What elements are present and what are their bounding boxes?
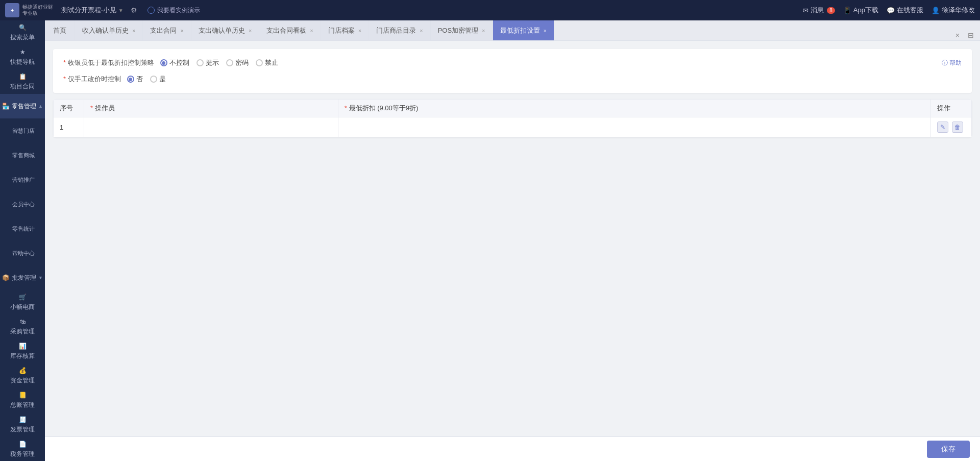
form-row-strategy: 收银员低于最低折扣控制策略 不控制 提示 密码: [63, 58, 962, 67]
tab-home[interactable]: 首页: [45, 20, 75, 40]
sidebar-label-purchase: 采购管理: [10, 327, 35, 336]
sidebar-item-smart-store[interactable]: 智慧门店: [0, 118, 45, 143]
strategy-label-no-control: 不控制: [169, 58, 189, 67]
sidebar-item-project[interactable]: 📋 项目合同: [0, 69, 45, 94]
strategy-radio-no-control: [160, 59, 167, 66]
tab-payment-contract-close[interactable]: ×: [180, 28, 183, 34]
tab-store-products[interactable]: 门店商品目录 ×: [369, 20, 430, 40]
sidebar-item-purchase[interactable]: 🛍 采购管理: [0, 314, 45, 339]
strategy-option-forbidden[interactable]: 禁止: [256, 58, 278, 67]
purchase-icon: 🛍: [19, 318, 26, 325]
tab-payment-confirm[interactable]: 支出确认单历史 ×: [191, 20, 259, 40]
sidebar-item-retail-mall[interactable]: 零售商城: [0, 143, 45, 167]
col-min-discount: 最低折扣 (9.00等于9折): [338, 100, 930, 117]
sidebar-label-help: 帮助中心: [12, 250, 35, 257]
sidebar-label-marketing: 营销推广: [12, 176, 35, 184]
tab-store-products-label: 门店商品目录: [376, 26, 416, 35]
col-operator: 操作员: [84, 100, 338, 117]
tab-pos-password[interactable]: POS加密管理 ×: [431, 20, 493, 40]
strategy-label-password: 密码: [235, 58, 249, 67]
online-service-button[interactable]: 💬 在线客服: [887, 6, 923, 15]
bottom-bar: 保存: [45, 436, 980, 461]
manual-label-no: 否: [136, 75, 143, 84]
app-download-button[interactable]: 📱 App下载: [843, 6, 878, 15]
sidebar-label-search: 搜索菜单: [10, 33, 35, 42]
app-logo: ✦ 畅捷通好业财 专业版: [5, 3, 53, 17]
sidebar-label-inventory: 库存核算: [10, 352, 35, 360]
user-avatar-icon: 👤: [932, 7, 940, 14]
topbar-right: ✉ 消息 8 📱 App下载 💬 在线客服 👤 徐泽华修改: [803, 6, 975, 15]
tab-payment-board-close[interactable]: ×: [310, 28, 313, 34]
sidebar-item-inventory[interactable]: 📊 库存核算: [0, 339, 45, 363]
tab-pos-password-close[interactable]: ×: [482, 28, 485, 34]
sidebar-item-tax[interactable]: 📄 税务管理: [0, 437, 45, 461]
sidebar-item-ledger[interactable]: 📒 总账管理: [0, 388, 45, 413]
sidebar-item-capital[interactable]: 💰 资金管理: [0, 363, 45, 388]
strategy-option-no-control[interactable]: 不控制: [160, 58, 189, 67]
online-service-label: 在线客服: [897, 6, 923, 15]
sidebar-item-shortcut[interactable]: ★ 快捷导航: [0, 45, 45, 69]
project-selector[interactable]: 测试分开票程·小见 ▼: [61, 6, 124, 15]
settings-icon[interactable]: ⚙: [131, 6, 137, 14]
manual-option-yes[interactable]: 是: [150, 75, 166, 84]
strategy-radio-hint: [197, 59, 204, 66]
tab-income-confirm-close[interactable]: ×: [132, 28, 135, 34]
strategy-radio-password: [226, 59, 233, 66]
sidebar-item-ecommerce[interactable]: 🛒 小畅电商: [0, 290, 45, 314]
tab-payment-board-label: 支出合同看板: [266, 26, 306, 35]
tab-store-files-close[interactable]: ×: [358, 28, 361, 34]
tab-store-files[interactable]: 门店档案 ×: [321, 20, 369, 40]
tab-menu-button[interactable]: ⊟: [966, 30, 976, 40]
sidebar-label-project: 项目合同: [10, 82, 35, 91]
manual-label: 仅手工改价时控制: [63, 75, 121, 84]
user-profile-button[interactable]: 👤 徐泽华修改: [932, 6, 975, 15]
tab-min-discount-close[interactable]: ×: [544, 28, 547, 34]
tab-payment-contract[interactable]: 支出合同 ×: [143, 20, 191, 40]
strategy-option-hint[interactable]: 提示: [197, 58, 219, 67]
sidebar-item-search[interactable]: 🔍 搜索菜单: [0, 20, 45, 45]
sidebar-label-ecommerce: 小畅电商: [10, 303, 35, 311]
save-button[interactable]: 保存: [927, 441, 970, 458]
sidebar-item-help[interactable]: 帮助中心: [0, 241, 45, 265]
sidebar-label-wholesale: 批发管理: [12, 274, 36, 282]
help-circle-icon: ⓘ: [942, 59, 948, 67]
content-area: 首页 收入确认单历史 × 支出合同 × 支出确认单历史 × 支出合同看板 × 门…: [45, 20, 980, 461]
tab-min-discount[interactable]: 最低折扣设置 ×: [493, 20, 554, 40]
sidebar-label-shortcut: 快捷导航: [10, 58, 35, 66]
message-button[interactable]: ✉ 消息 8: [803, 6, 835, 15]
tab-close-all-button[interactable]: ×: [953, 30, 962, 40]
sidebar-item-invoice[interactable]: 🧾 发票管理: [0, 413, 45, 437]
logo-icon: ✦: [5, 3, 19, 17]
manual-option-no[interactable]: 否: [127, 75, 143, 84]
tab-payment-board[interactable]: 支出合同看板 ×: [259, 20, 321, 40]
search-icon: 🔍: [19, 24, 27, 31]
strategy-option-password[interactable]: 密码: [226, 58, 249, 67]
sidebar-item-retail-stats[interactable]: 零售统计: [0, 216, 45, 241]
tab-payment-confirm-close[interactable]: ×: [249, 28, 252, 34]
row-delete-button[interactable]: 🗑: [952, 122, 963, 133]
sidebar-item-member[interactable]: 会员中心: [0, 192, 45, 216]
col-seq: 序号: [54, 100, 84, 117]
row-edit-button[interactable]: ✎: [937, 122, 948, 133]
tab-payment-confirm-label: 支出确认单历史: [199, 26, 245, 35]
sidebar-label-member: 会员中心: [12, 201, 35, 208]
help-button[interactable]: ⓘ 帮助: [942, 59, 962, 67]
manual-radio-group: 否 是: [127, 75, 166, 84]
app-edition: 专业版: [22, 10, 53, 16]
topbar: ✦ 畅捷通好业财 专业版 测试分开票程·小见 ▼ ⚙ 我要看实例演示 ✉ 消息 …: [0, 0, 980, 20]
tab-store-products-close[interactable]: ×: [420, 28, 423, 34]
strategy-label-forbidden: 禁止: [265, 58, 278, 67]
app-download-label: App下载: [853, 6, 878, 15]
sidebar-item-retail[interactable]: 🏪 零售管理 ▲: [0, 94, 45, 118]
cell-operator[interactable]: [84, 117, 338, 137]
tab-pos-password-label: POS加密管理: [438, 26, 478, 35]
tab-income-confirm[interactable]: 收入确认单历史 ×: [75, 20, 143, 40]
inventory-icon: 📊: [19, 343, 27, 350]
project-name: 测试分开票程·小见: [61, 6, 116, 15]
strategy-label-hint: 提示: [206, 58, 219, 67]
sidebar-item-wholesale[interactable]: 📦 批发管理 ▼: [0, 265, 45, 290]
cell-min-discount[interactable]: [338, 117, 930, 137]
tab-payment-contract-label: 支出合同: [150, 26, 177, 35]
sidebar-item-marketing[interactable]: 营销推广: [0, 167, 45, 192]
demo-button[interactable]: 我要看实例演示: [148, 6, 200, 15]
